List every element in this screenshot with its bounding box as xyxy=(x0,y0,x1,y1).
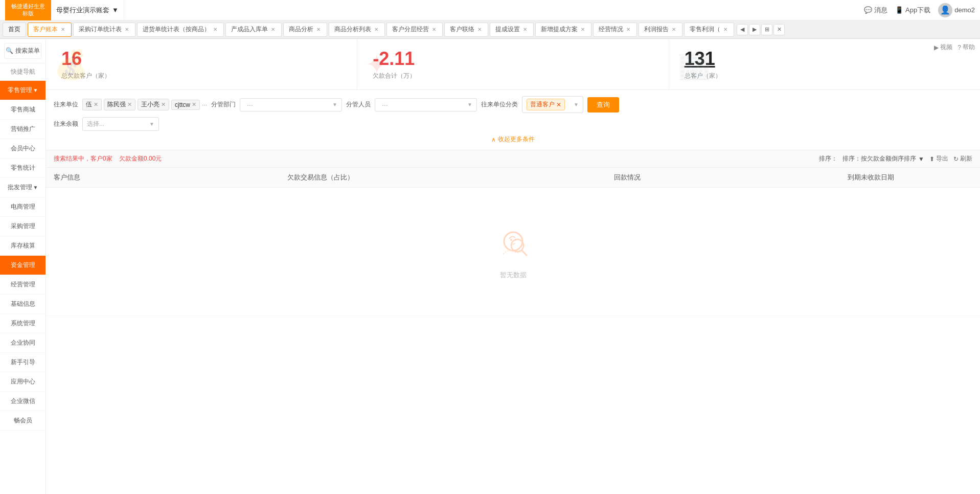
sidebar-item-appcenter-label: 应用中心 xyxy=(11,378,35,385)
remove-tag-chen[interactable]: ✕ xyxy=(127,101,132,108)
tag-wu-text: 伍 xyxy=(86,100,92,109)
dept-arrow-icon: ▼ xyxy=(332,102,337,107)
chevron-up-icon: ∧ xyxy=(491,136,496,143)
tab-customer-book-label: 客户账本 xyxy=(33,25,58,34)
more-tags-button[interactable]: ··· xyxy=(202,101,207,108)
sidebar-item-system[interactable]: 系统管理 xyxy=(0,314,45,333)
stat-card-total-customers: 🏢 131 总客户（家） xyxy=(669,39,980,89)
sidebar-item-operations[interactable]: 经营管理 xyxy=(0,275,45,295)
sidebar-item-retail-mgmt[interactable]: 零售管理 ▼ xyxy=(0,81,45,100)
col-repayment: 回款情况 xyxy=(606,168,840,188)
main-layout: 🔍 搜索菜单 快捷导航 零售管理 ▼ 零售商城 营销推广 会员中心 零售统计 xyxy=(0,39,980,494)
remove-tag-wang[interactable]: ✕ xyxy=(161,101,166,108)
tab-close-icon[interactable]: ✕ xyxy=(625,27,631,32)
sidebar-item-app-center[interactable]: 应用中心 xyxy=(0,372,45,392)
remove-tag-cjttcw[interactable]: ✕ xyxy=(192,101,196,108)
user-menu[interactable]: 👤 demo2 xyxy=(938,3,975,17)
chevron-down-icon: ▼ xyxy=(112,6,119,14)
tab-retail-profit[interactable]: 零售利润（ ✕ xyxy=(684,23,734,37)
tab-close-icon[interactable]: ✕ xyxy=(124,27,130,32)
tab-purchase-order[interactable]: 采购订单统计表 ✕ xyxy=(73,23,135,37)
export-button[interactable]: ⬆ 导出 xyxy=(929,154,948,163)
tab-close-icon[interactable]: ✕ xyxy=(212,27,218,32)
sidebar-item-ecommerce[interactable]: 电商管理 xyxy=(0,197,45,217)
data-table: 客户信息 欠款交易信息（占比） 回款情况 到期未收款日期 xyxy=(46,168,980,316)
empty-state-icon xyxy=(493,223,534,264)
tab-close-icon[interactable]: ✕ xyxy=(580,27,586,32)
tab-close-icon[interactable]: ✕ xyxy=(60,27,66,32)
sidebar-item-retail-stats[interactable]: 零售统计 xyxy=(0,159,45,178)
sidebar-item-purchase[interactable]: 采购管理 xyxy=(0,217,45,236)
tab-profit-report[interactable]: 利润报告 ✕ xyxy=(639,23,682,37)
tab-customer-contact[interactable]: 客户联络 ✕ xyxy=(444,23,488,37)
sidebar-item-enterprise-collab[interactable]: 企业协同 xyxy=(0,333,45,353)
tab-customer-segmentation[interactable]: 客户分层经营 ✕ xyxy=(386,23,443,37)
collapse-label: 收起更多条件 xyxy=(498,135,535,144)
message-button[interactable]: 💬 消息 xyxy=(864,6,887,15)
tab-nav-close-all[interactable]: ✕ xyxy=(773,24,785,35)
sidebar-search-button[interactable]: 🔍 搜索菜单 xyxy=(4,43,41,59)
tab-close-icon[interactable]: ✕ xyxy=(373,27,379,32)
tab-close-icon[interactable]: ✕ xyxy=(315,27,322,32)
tab-bar: 首页 客户账本 ✕ 采购订单统计表 ✕ 进货单统计表（按商品） ✕ 产成品入库单… xyxy=(0,20,980,39)
sidebar-item-retail-mall[interactable]: 零售商城 xyxy=(0,100,45,120)
tab-production-inbound[interactable]: 产成品入库单 ✕ xyxy=(225,23,282,37)
tab-close-icon[interactable]: ✕ xyxy=(722,27,728,32)
person-select[interactable]: ··· ▼ xyxy=(375,98,477,111)
query-button[interactable]: 查询 xyxy=(587,97,619,113)
sidebar-item-retail-label: 零售管理 xyxy=(8,86,32,95)
tab-close-icon[interactable]: ✕ xyxy=(522,27,528,32)
tab-customer-seg-label: 客户分层经营 xyxy=(392,25,429,34)
tab-close-icon[interactable]: ✕ xyxy=(431,27,437,32)
refresh-button[interactable]: ↻ 刷新 xyxy=(953,154,972,163)
sidebar-item-member[interactable]: 畅会员 xyxy=(0,411,45,431)
unit-type-select[interactable]: 普通客户 ✕ ▼ xyxy=(522,96,583,113)
tab-nav-prev[interactable]: ◀ xyxy=(737,24,748,35)
chevron-icon: ▼ xyxy=(33,185,38,190)
sidebar-item-member-center[interactable]: 会员中心 xyxy=(0,139,45,159)
sidebar-quick-nav[interactable]: 快捷导航 xyxy=(0,63,45,81)
quick-nav-label: 快捷导航 xyxy=(11,68,35,75)
remove-tag-wu[interactable]: ✕ xyxy=(94,101,98,108)
svg-point-4 xyxy=(514,239,516,241)
sidebar-item-enterprise-wechat[interactable]: 企业微信 xyxy=(0,392,45,411)
tab-nav-expand[interactable]: ⊞ xyxy=(761,24,772,35)
balance-placeholder: 选择... xyxy=(87,120,104,128)
tab-close-icon[interactable]: ✕ xyxy=(476,27,483,32)
unit-tag-wang: 王小亮 ✕ xyxy=(138,99,169,110)
balance-select[interactable]: 选择... ▼ xyxy=(82,117,159,131)
unit-label: 往来单位 xyxy=(54,100,78,109)
sidebar-item-basic-info[interactable]: 基础信息 xyxy=(0,295,45,314)
tab-product-analysis-list[interactable]: 商品分析列表 ✕ xyxy=(329,23,385,37)
sidebar-item-wholesale[interactable]: 批发管理 ▼ xyxy=(0,178,45,197)
tab-nav-next[interactable]: ▶ xyxy=(749,24,760,35)
sidebar-item-finance[interactable]: 资金管理 xyxy=(0,256,45,275)
sort-select[interactable]: 排序：按欠款金额倒序排序 ▼ xyxy=(842,154,924,163)
dept-select[interactable]: ··· ▼ xyxy=(240,98,342,111)
tab-inbound-stats[interactable]: 进货单统计表（按商品） ✕ xyxy=(137,23,224,37)
unit-tags: 伍 ✕ 陈民强 ✕ 王小亮 ✕ cjttcw ✕ ··· xyxy=(82,99,207,110)
remove-unit-type[interactable]: ✕ xyxy=(556,101,561,108)
dept-label: 分管部门 xyxy=(211,100,236,109)
tab-close-icon[interactable]: ✕ xyxy=(671,27,677,32)
person-more-icon: ··· xyxy=(382,101,388,109)
sidebar-item-marketing[interactable]: 营销推广 xyxy=(0,120,45,139)
sidebar-item-new-guide[interactable]: 新手引导 xyxy=(0,353,45,372)
tab-home-label: 首页 xyxy=(8,25,20,34)
account-selector[interactable]: 母婴行业演示账套 ▼ xyxy=(51,0,124,20)
unit-tag-chen: 陈民强 ✕ xyxy=(104,99,135,110)
sidebar-item-marketing-label: 营销推广 xyxy=(11,125,35,132)
sidebar-item-inventory[interactable]: 库存核算 xyxy=(0,236,45,256)
app-download-button[interactable]: 📱 App下载 xyxy=(895,6,930,15)
sidebar-item-ecommerce-label: 电商管理 xyxy=(11,203,35,210)
tab-close-icon[interactable]: ✕ xyxy=(270,27,276,32)
tab-business-status[interactable]: 经营情况 ✕ xyxy=(593,23,637,37)
tab-new-promotion[interactable]: 新增提成方案 ✕ xyxy=(535,23,591,37)
sidebar-item-basic-label: 基础信息 xyxy=(11,300,35,307)
tab-customer-book[interactable]: 客户账本 ✕ xyxy=(28,23,72,37)
tab-home[interactable]: 首页 xyxy=(3,23,26,37)
tab-promotion-settings[interactable]: 提成设置 ✕ xyxy=(490,23,534,37)
collapse-button[interactable]: ∧ 收起更多条件 xyxy=(491,135,535,144)
tab-product-analysis[interactable]: 商品分析 ✕ xyxy=(283,23,327,37)
stat-card-debt: ✦ -2.11 欠款合计（万） xyxy=(357,39,669,89)
